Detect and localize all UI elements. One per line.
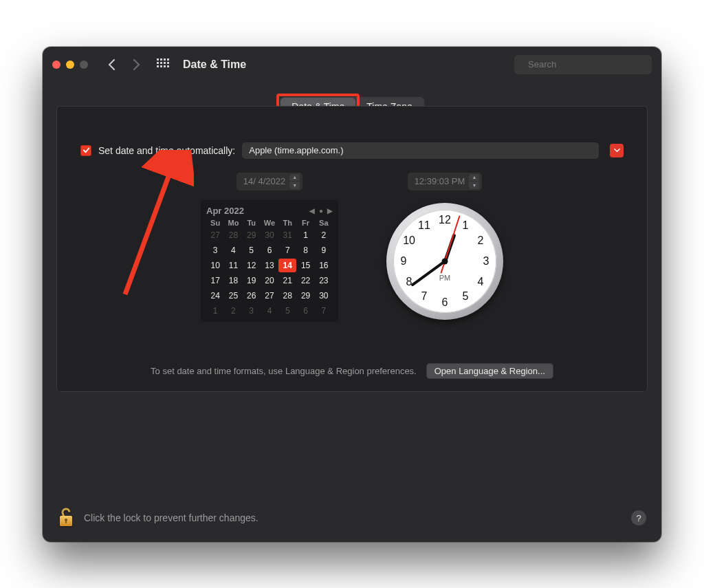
time-server-value: Apple (time.apple.com.) [249, 145, 343, 155]
calendar-day[interactable]: 18 [224, 274, 242, 287]
calendar-day[interactable]: 27 [261, 289, 278, 303]
unlock-icon[interactable] [58, 507, 74, 530]
calendar-dow: Sa [315, 219, 333, 227]
calendar-day[interactable]: 16 [315, 259, 333, 272]
calendar-day: 29 [243, 228, 261, 242]
calendar-day[interactable]: 28 [278, 289, 296, 303]
preferences-window: Date & Time Date & Time Time Zone Set da… [43, 47, 661, 542]
calendar-day: 28 [224, 228, 242, 242]
help-button[interactable]: ? [631, 510, 646, 525]
calendar-today-icon[interactable]: ● [319, 207, 323, 215]
clock-numeral: 1 [463, 219, 469, 232]
window-title: Date & Time [183, 58, 246, 71]
calendar-dow: Th [278, 219, 296, 227]
forward-button[interactable] [128, 55, 144, 74]
calendar-dow: Fr [296, 219, 314, 227]
calendar-day: 6 [296, 304, 314, 318]
date-input[interactable]: 14/ 4/2022 ▲ ▼ [236, 173, 302, 190]
clock-numeral: 5 [463, 290, 469, 303]
time-input[interactable]: 12:39:03 PM ▲ ▼ [408, 173, 483, 190]
calendar-nav[interactable]: ◀ ● ▶ [309, 207, 333, 215]
clock-numeral: 9 [401, 255, 407, 268]
calendar-day[interactable]: 19 [243, 274, 261, 287]
calendar-day[interactable]: 25 [224, 289, 242, 303]
calendar-day[interactable]: 8 [296, 243, 314, 257]
calendar-day: 31 [278, 228, 296, 242]
calendar-day[interactable]: 23 [315, 274, 333, 287]
calendar-dow: Mo [224, 219, 242, 227]
calendar-day[interactable]: 13 [261, 259, 278, 272]
date-value: 14/ 4/2022 [243, 176, 285, 186]
stepper-down-icon[interactable]: ▼ [289, 182, 300, 189]
calendar-day[interactable]: 10 [206, 259, 224, 272]
calendar-day[interactable]: 26 [243, 289, 261, 303]
clock-numeral: 12 [439, 214, 451, 226]
calendar-day: 5 [278, 304, 296, 318]
search-input[interactable] [527, 58, 645, 70]
calendar-day[interactable]: 12 [243, 259, 261, 272]
calendar-dow: We [261, 219, 278, 227]
clock-numeral: 6 [442, 296, 448, 309]
formats-hint: To set date and time formats, use Langua… [151, 366, 417, 376]
calendar-day[interactable]: 15 [296, 259, 314, 272]
lock-row: Click the lock to prevent further change… [58, 507, 646, 530]
calendar-day: 2 [224, 304, 242, 318]
calendar-prev-icon[interactable]: ◀ [309, 207, 315, 215]
close-window-icon[interactable] [52, 61, 60, 69]
stepper-down-icon[interactable]: ▼ [469, 182, 479, 189]
back-button[interactable] [103, 55, 120, 74]
calendar-day[interactable]: 6 [261, 243, 278, 257]
calendar-day[interactable]: 20 [261, 274, 278, 287]
settings-panel: Set date and time automatically: Apple (… [56, 106, 648, 392]
calendar-day-today[interactable]: 14 [278, 259, 296, 272]
clock-ampm: PM [439, 274, 451, 282]
calendar-day[interactable]: 7 [278, 243, 296, 257]
auto-datetime-checkbox[interactable] [80, 145, 91, 156]
clock-numeral: 3 [483, 255, 490, 268]
stepper-up-icon[interactable]: ▲ [289, 174, 300, 182]
calendar-day[interactable]: 17 [206, 274, 224, 287]
clock-numeral: 4 [478, 276, 484, 288]
calendar-day[interactable]: 29 [296, 289, 314, 303]
open-language-region-button[interactable]: Open Language & Region... [426, 363, 553, 379]
clock-numeral: 7 [421, 290, 428, 303]
auto-datetime-row: Set date and time automatically: Apple (… [80, 142, 624, 159]
clock-numeral: 8 [406, 276, 412, 288]
calendar-dow: Tu [243, 219, 261, 227]
calendar-day[interactable]: 3 [206, 243, 224, 257]
calendar-day[interactable]: 11 [224, 259, 242, 272]
calendar-day: 1 [206, 304, 224, 318]
titlebar: Date & Time [43, 47, 661, 83]
date-stepper[interactable]: ▲ ▼ [289, 174, 300, 189]
minimize-window-icon[interactable] [66, 61, 74, 69]
calendar-day[interactable]: 9 [315, 243, 333, 257]
show-all-prefs-icon[interactable] [157, 58, 169, 71]
time-value: 12:39:03 PM [415, 176, 465, 186]
time-stepper[interactable]: ▲ ▼ [469, 174, 479, 189]
stepper-up-icon[interactable]: ▲ [469, 174, 479, 182]
calendar-day[interactable]: 24 [206, 289, 224, 303]
time-server-dropdown-icon[interactable] [610, 144, 624, 157]
date-column: 14/ 4/2022 ▲ ▼ Apr 2022 ◀ ● ▶ [201, 173, 338, 322]
formats-row: To set date and time formats, use Langua… [80, 363, 624, 379]
calendar-day[interactable]: 2 [315, 228, 333, 242]
calendar-day[interactable]: 30 [315, 289, 333, 303]
clock-numeral: 2 [478, 235, 484, 247]
calendar-day[interactable]: 4 [224, 243, 242, 257]
calendar-day: 27 [206, 228, 224, 242]
calendar-day[interactable]: 1 [296, 228, 314, 242]
svg-rect-5 [65, 520, 67, 523]
calendar[interactable]: Apr 2022 ◀ ● ▶ SuMoTuWeThFrSa27282930311… [201, 200, 338, 322]
calendar-day[interactable]: 5 [243, 243, 261, 257]
zoom-window-icon[interactable] [80, 61, 88, 69]
calendar-next-icon[interactable]: ▶ [327, 207, 333, 215]
time-server-field[interactable]: Apple (time.apple.com.) [242, 142, 599, 159]
calendar-month-label: Apr 2022 [206, 206, 244, 216]
analog-clock: PM 123456789101112 [386, 203, 503, 320]
clock-numeral: 10 [403, 235, 415, 247]
calendar-day[interactable]: 22 [296, 274, 314, 287]
time-column: 12:39:03 PM ▲ ▼ PM [386, 173, 503, 322]
calendar-day[interactable]: 21 [278, 274, 296, 287]
window-traffic-lights[interactable] [52, 61, 88, 69]
search-field[interactable] [514, 55, 652, 74]
